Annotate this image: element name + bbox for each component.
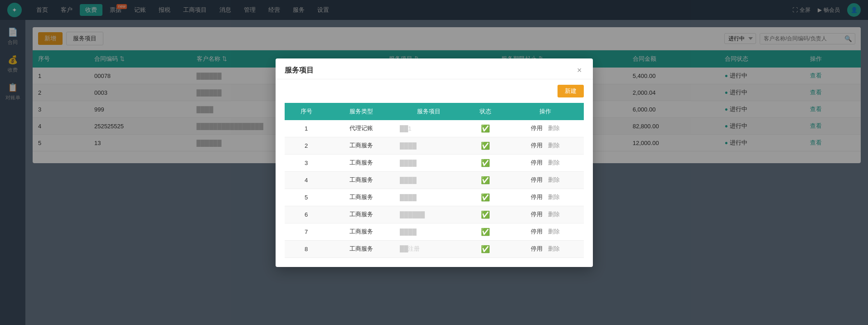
s-cell-item: ████: [394, 137, 464, 154]
service-row: 1 代理记账 ██1 ✅ 停用 删除: [285, 120, 584, 137]
service-row: 3 工商服务 ████ ✅ 停用 删除: [285, 154, 584, 171]
status-check-icon: ✅: [481, 211, 490, 218]
s-cell-type: 工商服务: [328, 189, 394, 206]
s-cell-action: 停用 删除: [507, 206, 584, 223]
s-cell-type: 工商服务: [328, 240, 394, 257]
s-cell-no: 2: [285, 137, 328, 154]
stop-btn[interactable]: 停用: [531, 159, 543, 166]
s-cell-action: 停用 删除: [507, 120, 584, 137]
s-cell-no: 4: [285, 171, 328, 189]
s-cell-no: 3: [285, 154, 328, 171]
del-btn[interactable]: 删除: [548, 176, 560, 183]
s-cell-action: 停用 删除: [507, 137, 584, 154]
stop-btn[interactable]: 停用: [531, 245, 543, 252]
s-cell-type: 代理记账: [328, 120, 394, 137]
modal-body: 序号 服务类型 服务项目 状态 操作 1 代理记账 ██1 ✅ 停用 删除 2 …: [276, 103, 593, 267]
modal-title: 服务项目: [285, 66, 314, 75]
s-cell-no: 8: [285, 240, 328, 257]
service-table: 序号 服务类型 服务项目 状态 操作 1 代理记账 ██1 ✅ 停用 删除 2 …: [285, 103, 584, 258]
del-btn[interactable]: 删除: [548, 211, 560, 218]
s-cell-type: 工商服务: [328, 206, 394, 223]
modal-overlay[interactable]: 服务项目 × 新建 序号 服务类型 服务项目 状态 操作 1: [0, 0, 868, 325]
s-cell-no: 1: [285, 120, 328, 137]
status-check-icon: ✅: [481, 176, 490, 184]
del-btn[interactable]: 删除: [548, 125, 560, 131]
s-cell-no: 5: [285, 189, 328, 206]
service-row: 7 工商服务 ████ ✅ 停用 删除: [285, 223, 584, 240]
s-cell-no: 7: [285, 223, 328, 240]
s-cell-status: ✅: [464, 206, 507, 223]
s-cell-status: ✅: [464, 171, 507, 189]
s-cell-no: 6: [285, 206, 328, 223]
stop-btn[interactable]: 停用: [531, 228, 543, 235]
stop-btn[interactable]: 停用: [531, 211, 543, 218]
service-row: 4 工商服务 ████ ✅ 停用 删除: [285, 171, 584, 189]
s-cell-status: ✅: [464, 120, 507, 137]
s-cell-action: 停用 删除: [507, 154, 584, 171]
service-row: 8 工商服务 ██注册 ✅ 停用 删除: [285, 240, 584, 257]
del-btn[interactable]: 删除: [548, 194, 560, 200]
modal-toolbar: 新建: [276, 79, 593, 103]
s-cell-action: 停用 删除: [507, 189, 584, 206]
del-btn[interactable]: 删除: [548, 228, 560, 235]
s-cell-item: ████: [394, 223, 464, 240]
sth-action: 操作: [507, 103, 584, 120]
del-btn[interactable]: 删除: [548, 142, 560, 149]
service-row: 5 工商服务 ████ ✅ 停用 删除: [285, 189, 584, 206]
service-row: 6 工商服务 ██████ ✅ 停用 删除: [285, 206, 584, 223]
s-cell-type: 工商服务: [328, 137, 394, 154]
s-cell-action: 停用 删除: [507, 240, 584, 257]
sth-item: 服务项目: [394, 103, 464, 120]
s-cell-status: ✅: [464, 189, 507, 206]
stop-btn[interactable]: 停用: [531, 125, 543, 131]
s-cell-item: ██████: [394, 206, 464, 223]
modal-close-btn[interactable]: ×: [575, 66, 584, 75]
service-modal: 服务项目 × 新建 序号 服务类型 服务项目 状态 操作 1: [276, 58, 593, 267]
stop-btn[interactable]: 停用: [531, 194, 543, 200]
s-cell-status: ✅: [464, 240, 507, 257]
stop-btn[interactable]: 停用: [531, 142, 543, 149]
s-cell-status: ✅: [464, 154, 507, 171]
modal-header: 服务项目 ×: [276, 58, 593, 79]
status-check-icon: ✅: [481, 125, 490, 132]
stop-btn[interactable]: 停用: [531, 176, 543, 183]
service-row: 2 工商服务 ████ ✅ 停用 删除: [285, 137, 584, 154]
status-check-icon: ✅: [481, 245, 490, 253]
status-check-icon: ✅: [481, 142, 490, 150]
s-cell-type: 工商服务: [328, 171, 394, 189]
s-cell-type: 工商服务: [328, 223, 394, 240]
s-cell-status: ✅: [464, 137, 507, 154]
status-check-icon: ✅: [481, 159, 490, 167]
del-btn[interactable]: 删除: [548, 159, 560, 166]
s-cell-action: 停用 删除: [507, 223, 584, 240]
s-cell-item: ████: [394, 154, 464, 171]
s-cell-type: 工商服务: [328, 154, 394, 171]
service-header-row: 序号 服务类型 服务项目 状态 操作: [285, 103, 584, 120]
s-cell-item: ██1: [394, 120, 464, 137]
s-cell-item: ████: [394, 171, 464, 189]
sth-status: 状态: [464, 103, 507, 120]
modal-new-btn[interactable]: 新建: [558, 85, 584, 97]
del-btn[interactable]: 删除: [548, 245, 560, 252]
s-cell-status: ✅: [464, 223, 507, 240]
status-check-icon: ✅: [481, 194, 490, 201]
status-check-icon: ✅: [481, 228, 490, 236]
s-cell-item: ██注册: [394, 240, 464, 257]
sth-type: 服务类型: [328, 103, 394, 120]
s-cell-action: 停用 删除: [507, 171, 584, 189]
sth-no: 序号: [285, 103, 328, 120]
s-cell-item: ████: [394, 189, 464, 206]
